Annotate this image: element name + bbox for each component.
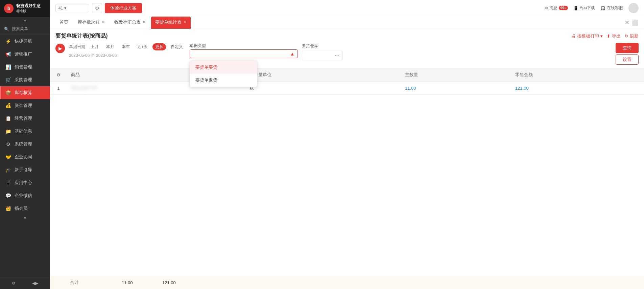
topbar-settings-btn[interactable]: ⚙ [92,3,102,13]
dropdown-item-order-return[interactable]: 要货单退货 [190,74,257,87]
sidebar-item-system[interactable]: ⚙ 系统管理 [0,138,50,151]
sidebar-settings-btn[interactable]: ⚙ [12,281,16,286]
date-option-this-month[interactable]: 本月 [103,43,117,51]
tab-inventory-batch[interactable]: 库存批次账 ✕ [74,17,109,29]
sidebar-scroll-up[interactable]: ▲ [0,17,50,23]
user-avatar-area[interactable] [628,3,639,13]
table-area: ⚙ 商品 主计量单位 主数量 零售金额 1 商品名称代码 块 [50,68,644,276]
sidebar-scroll-down[interactable]: ▼ [0,215,50,221]
type-dropdown-chevron[interactable]: ▲ [290,51,295,57]
app-download-icon: 📱 [573,6,578,10]
print-btn[interactable]: 🖨 按模板打印 ▾ [571,33,603,39]
tab-home[interactable]: 首页 [55,17,72,29]
sidebar-item-weixin[interactable]: 💬 企业微信 [0,189,50,202]
col-amount: 零售金额 [511,68,644,82]
sidebar-item-label: 资金管理 [15,103,32,109]
sidebar-item-sales[interactable]: 📊 销售管理 [0,61,50,73]
sidebar-item-basic[interactable]: 📁 基础信息 [0,125,50,138]
row-qty[interactable]: 11.00 [401,82,511,95]
date-option-custom[interactable]: 自定义 [168,43,186,51]
sidebar-item-marketing[interactable]: 📢 营销推广 [0,48,50,61]
purchase-icon: 🛒 [5,77,11,83]
filter-settings-btn[interactable]: 设置 [616,54,639,65]
refresh-icon: ↻ [625,34,628,39]
sidebar-item-label: 基础信息 [15,128,32,134]
type-input[interactable] [193,51,290,57]
topbar-left: 41 ▾ ⚙ 体验行业方案 [55,3,545,13]
sidebar-item-member[interactable]: 👑 畅会员 [0,202,50,215]
sidebar-item-inventory[interactable]: 📦 库存核算 [0,86,50,99]
sidebar-item-label: 系统管理 [15,141,32,147]
row-goods-value: 商品名称代码 [71,85,97,90]
notification-btn[interactable]: ✉ 消息 99+ [545,5,568,11]
notification-badge: 99+ [559,6,568,10]
app-name: 畅捷通好生意 [16,3,41,9]
date-option-this-year[interactable]: 本年 [119,43,133,51]
window-maximize-btn[interactable]: ⬜ [632,19,639,26]
tab-order-stat[interactable]: 要货单统计表 ✕ [151,17,191,29]
page-title: 要货单统计表(按商品) [55,32,108,40]
row-unit: 块 [245,82,401,95]
row-amount[interactable]: 121.00 [511,82,644,95]
tab-receivable-summary[interactable]: 收发存汇总表 ✕ [110,17,150,29]
inventory-icon: 📦 [5,90,11,95]
type-label: 单据类型 [190,43,298,49]
sidebar-item-label: 库存核算 [15,90,32,96]
weixin-icon: 💬 [5,193,11,198]
date-option-7days[interactable]: 近7天 [135,43,150,51]
sidebar-item-guide[interactable]: 🎓 新手引导 [0,163,50,176]
marketing-icon: 📢 [5,51,11,57]
notification-label: 消息 [549,5,557,11]
guide-icon: 🎓 [5,167,11,173]
export-icon: ⬆ [607,34,611,39]
col-settings-icon[interactable]: ⚙ [56,72,61,77]
tab-receivable-summary-label: 收发存汇总表 [114,19,141,25]
trial-industry-btn[interactable]: 体验行业方案 [105,3,142,13]
quick-nav-icon: ⚡ [5,39,11,44]
sidebar-bottom: ⚙ ◀▶ [0,277,50,289]
sidebar-item-enterprise[interactable]: 🤝 企业协同 [0,151,50,163]
date-option-more[interactable]: 更多 [152,43,166,50]
dropdown-item-order-goods[interactable]: 要货单要货 [190,61,257,74]
sidebar-item-purchase[interactable]: 🛒 采购管理 [0,73,50,86]
date-option-last-month[interactable]: 上月 [88,43,101,51]
row-no: 1 [50,82,67,95]
tab-inventory-batch-close[interactable]: ✕ [102,20,105,24]
col-settings[interactable]: ⚙ [50,68,67,82]
warehouse-dots-icon[interactable]: ··· [335,52,339,59]
refresh-btn[interactable]: ↻ 刷新 [625,33,639,39]
filter-expand-btn[interactable]: ▶ [55,44,65,53]
online-service-btn[interactable]: 🎧 在线客服 [600,5,623,11]
type-dropdown-menu: 要货单要货 要货单退货 [190,61,257,87]
sidebar-collapse-btn[interactable]: ◀▶ [32,281,38,286]
tabs-bar: 首页 库存批次账 ✕ 收发存汇总表 ✕ 要货单统计表 ✕ ✕ ⬜ [50,16,644,29]
sidebar: b 畅捷通好生意 标准版 ▲ 🔍 搜索菜单 ⚡ 快捷导航 📢 营销推广 📊 销售… [0,0,50,289]
tab-order-stat-close[interactable]: ✕ [184,20,187,24]
operations-icon: 📋 [5,116,11,121]
date-label: 单据日期 [69,44,85,50]
app-download-btn[interactable]: 📱 App下载 [573,5,595,11]
warehouse-input[interactable]: ··· [302,51,342,60]
main-content: 41 ▾ ⚙ 体验行业方案 ✉ 消息 99+ 📱 App下载 🎧 在线客服 [50,0,644,289]
sidebar-item-operations[interactable]: 📋 经营管理 [0,112,50,125]
sidebar-item-finance[interactable]: 💰 资金管理 [0,99,50,112]
tab-home-label: 首页 [59,19,68,25]
sidebar-search[interactable]: 🔍 搜索菜单 [0,23,50,35]
system-icon: ⚙ [5,141,11,147]
query-btn[interactable]: 查询 [616,43,639,53]
sidebar-item-appstore[interactable]: 📱 应用中心 [0,176,50,189]
date-options: 上月 本月 本年 近7天 更多 自定义 [88,43,186,51]
print-chevron-icon: ▾ [600,34,603,39]
window-close-btn[interactable]: ✕ [625,19,629,26]
sidebar-item-quick-nav[interactable]: ⚡ 快捷导航 [0,35,50,48]
sidebar-item-label: 应用中心 [15,180,32,186]
export-btn[interactable]: ⬆ 导出 [607,33,621,39]
footer-label: 合计 [54,280,122,286]
sales-icon: 📊 [5,64,11,70]
tab-receivable-summary-close[interactable]: ✕ [143,20,146,24]
table-body: 1 商品名称代码 块 11.00 121.00 [50,82,644,95]
appstore-icon: 📱 [5,180,11,185]
type-input-wrapper[interactable]: ▲ [190,49,298,58]
store-selector[interactable]: 41 ▾ [55,4,89,12]
app-download-label: App下载 [580,5,595,11]
